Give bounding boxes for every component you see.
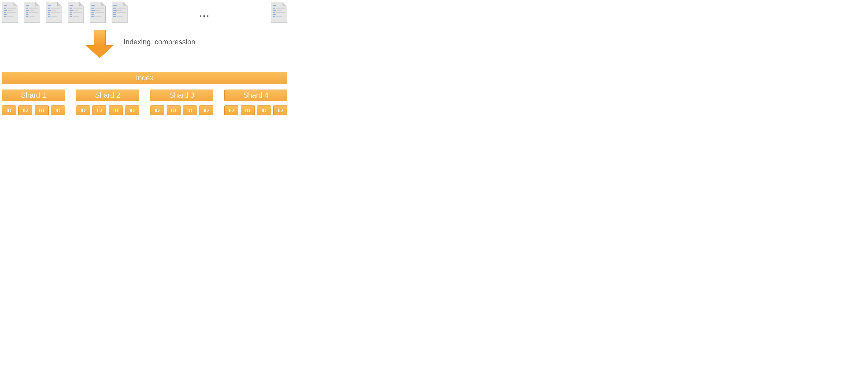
document-icon [46,2,62,23]
document-icon [271,2,287,23]
document-icon [90,2,105,23]
id-box: ID [166,105,181,115]
index-box: Index [2,72,287,84]
shard-box-1: Shard 1 [2,90,65,101]
id-box: ID [35,105,49,115]
id-box: ID [241,105,255,115]
id-box: ID [18,105,32,115]
shard-label: Shard 2 [95,91,120,100]
id-box: ID [109,105,123,115]
document-icon [24,2,40,23]
id-box: ID [183,105,197,115]
id-box: ID [51,105,65,115]
arrow-label: Indexing, compression [124,38,195,46]
shard-label: Shard 4 [243,91,269,100]
id-box: ID [224,105,238,115]
index-label: Index [136,74,153,82]
id-box: ID [199,105,213,115]
shard-box-2: Shard 2 [76,90,139,101]
ellipsis-label: ... [199,9,210,19]
shard-box-3: Shard 3 [150,90,213,101]
diagram-canvas: ... Indexing, compression Index Shard 1 … [0,0,289,129]
id-box: ID [150,105,164,115]
id-box: ID [76,105,90,115]
id-box: ID [2,105,16,115]
shard-label: Shard 3 [169,91,194,100]
document-icon [68,2,84,23]
document-icon [2,2,18,23]
down-arrow-icon [86,30,113,58]
id-box: ID [125,105,139,115]
document-icon [112,2,127,23]
id-box: ID [257,105,271,115]
shard-box-4: Shard 4 [224,90,287,101]
shard-label: Shard 1 [21,91,46,100]
id-box: ID [273,105,287,115]
id-box: ID [92,105,106,115]
